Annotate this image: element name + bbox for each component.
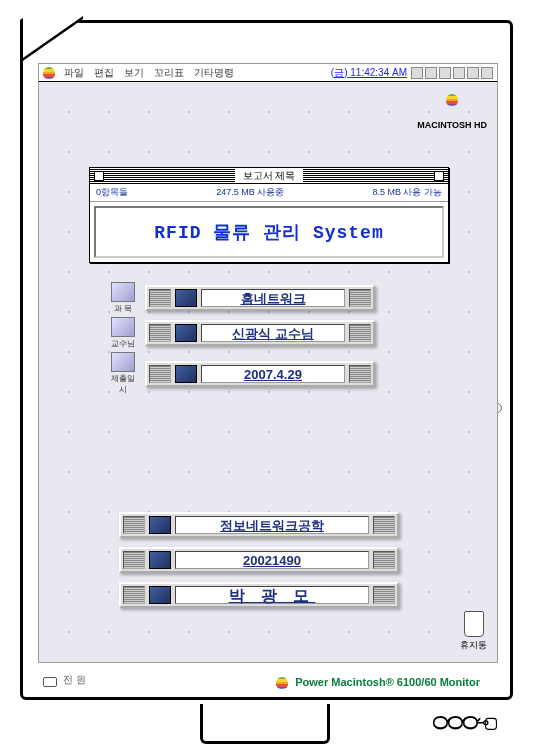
menu-edit[interactable]: 편집 bbox=[89, 66, 119, 80]
info-bar: 20021490 bbox=[119, 547, 399, 573]
info-row-subject: 과 목 홈네트워크 bbox=[109, 282, 375, 314]
finder-window[interactable]: 보고서 제목 0항목들 247.5 MB 사용중 8.5 MB 사용 가능 RF… bbox=[89, 167, 449, 263]
power-button-icon[interactable] bbox=[43, 677, 57, 687]
tray-icon[interactable] bbox=[439, 67, 451, 79]
bar-decor-icon bbox=[149, 365, 171, 383]
menubar-tray bbox=[407, 67, 493, 79]
side-label: 제출일시 bbox=[109, 373, 137, 395]
menu-special[interactable]: 기타명령 bbox=[189, 66, 239, 80]
tray-icon[interactable] bbox=[411, 67, 423, 79]
shield-icon bbox=[175, 324, 197, 342]
hard-disk-label: MACINTOSH HD bbox=[417, 120, 487, 130]
bar-decor-icon bbox=[349, 324, 371, 342]
disk-free: 8.5 MB 사용 가능 bbox=[372, 186, 442, 199]
bar-text: 박 광 모 bbox=[175, 586, 369, 604]
bar-text: 홈네트워크 bbox=[201, 289, 345, 307]
side-label: 과 목 bbox=[109, 303, 137, 314]
bar-text: 신광식 교수님 bbox=[201, 324, 345, 342]
bar-decor-icon bbox=[349, 289, 371, 307]
side-icon-professor[interactable]: 교수님 bbox=[109, 317, 137, 349]
monitor-frame: 파일 편집 보기 꼬리표 기타명령 (금) 11:42:34 AM bbox=[0, 0, 533, 754]
bar-decor-icon bbox=[373, 586, 395, 604]
menu-label[interactable]: 꼬리표 bbox=[149, 66, 189, 80]
bar-text: 20021490 bbox=[175, 551, 369, 569]
bar-decor-icon bbox=[373, 516, 395, 534]
bar-decor-icon bbox=[123, 516, 145, 534]
apple-logo-icon bbox=[276, 677, 288, 689]
side-label: 교수님 bbox=[109, 338, 137, 349]
side-icon-date[interactable]: 제출일시 bbox=[109, 352, 137, 395]
monitor-model-label: Power Macintosh® 6100/60 Monitor bbox=[276, 676, 480, 689]
bar-text: 2007.4.29 bbox=[201, 365, 345, 383]
disk-used: 247.5 MB 사용중 bbox=[216, 186, 284, 199]
info-bar: 박 광 모 bbox=[119, 582, 399, 608]
shield-icon bbox=[149, 516, 171, 534]
window-titlebar[interactable]: 보고서 제목 bbox=[90, 168, 448, 184]
cable-icon: ℺℺℺⊸▢ bbox=[432, 710, 493, 734]
apple-menu-icon[interactable] bbox=[43, 67, 55, 79]
bar-decor-icon bbox=[123, 586, 145, 604]
eye-icon bbox=[111, 282, 135, 302]
tray-icon[interactable] bbox=[425, 67, 437, 79]
bar-decor-icon bbox=[373, 551, 395, 569]
tray-icon[interactable] bbox=[481, 67, 493, 79]
bar-decor-icon bbox=[349, 365, 371, 383]
menu-view[interactable]: 보기 bbox=[119, 66, 149, 80]
window-info-bar: 0항목들 247.5 MB 사용중 8.5 MB 사용 가능 bbox=[90, 184, 448, 202]
monitor-stand bbox=[200, 704, 330, 744]
bar-decor-icon bbox=[149, 289, 171, 307]
desktop[interactable]: MACINTOSH HD 휴지통 보고서 제목 0항목들 247.5 MB bbox=[39, 82, 497, 662]
info-row-name: 박 광 모 bbox=[119, 582, 399, 608]
info-row-professor: 교수님 신광식 교수님 bbox=[109, 317, 375, 349]
window-title: 보고서 제목 bbox=[235, 169, 304, 183]
power-label: 전 원 bbox=[63, 673, 86, 687]
bar-text: 정보네트워크공학 bbox=[175, 516, 369, 534]
bar-decor-icon bbox=[149, 324, 171, 342]
screen: 파일 편집 보기 꼬리표 기타명령 (금) 11:42:34 AM bbox=[38, 63, 498, 663]
info-bar: 2007.4.29 bbox=[145, 361, 375, 387]
zoom-box-icon[interactable] bbox=[434, 171, 444, 181]
info-row-date: 제출일시 2007.4.29 bbox=[109, 352, 375, 395]
window-body: RFID 물류 관리 System bbox=[94, 206, 444, 258]
menubar-clock[interactable]: (금) 11:42:34 AM bbox=[331, 66, 407, 80]
trash-label: 휴지통 bbox=[460, 639, 487, 652]
shield-icon bbox=[175, 289, 197, 307]
info-row-id: 20021490 bbox=[119, 547, 399, 573]
monitor-bezel: 파일 편집 보기 꼬리표 기타명령 (금) 11:42:34 AM bbox=[20, 20, 513, 700]
side-icon-subject[interactable]: 과 목 bbox=[109, 282, 137, 314]
tray-icon[interactable] bbox=[467, 67, 479, 79]
info-bar: 정보네트워크공학 bbox=[119, 512, 399, 538]
shield-icon bbox=[149, 586, 171, 604]
hard-disk-icon[interactable]: MACINTOSH HD bbox=[417, 90, 487, 130]
system-title: RFID 물류 관리 System bbox=[104, 220, 434, 244]
person-icon bbox=[111, 317, 135, 337]
tray-icon[interactable] bbox=[453, 67, 465, 79]
info-bar: 신광식 교수님 bbox=[145, 320, 375, 346]
items-count: 0항목들 bbox=[96, 186, 128, 199]
shield-icon bbox=[149, 551, 171, 569]
menu-file[interactable]: 파일 bbox=[59, 66, 89, 80]
info-row-dept: 정보네트워크공학 bbox=[119, 512, 399, 538]
trash-icon[interactable]: 휴지통 bbox=[460, 611, 487, 652]
menubar: 파일 편집 보기 꼬리표 기타명령 (금) 11:42:34 AM bbox=[39, 64, 497, 82]
calendar-icon bbox=[111, 352, 135, 372]
shield-icon bbox=[175, 365, 197, 383]
info-bar: 홈네트워크 bbox=[145, 285, 375, 311]
close-box-icon[interactable] bbox=[94, 171, 104, 181]
bar-decor-icon bbox=[123, 551, 145, 569]
